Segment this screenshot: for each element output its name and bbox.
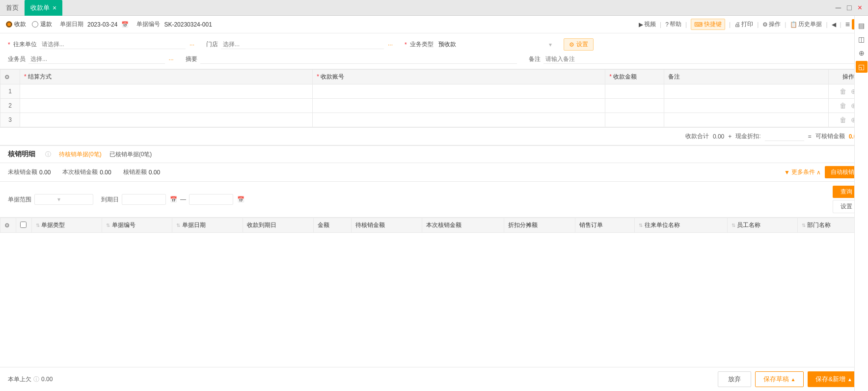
save-new-btn[interactable]: 保存&新增 ▲: [808, 371, 860, 387]
cell-account-2[interactable]: [313, 99, 605, 113]
window-maximize-icon[interactable]: □: [845, 2, 854, 13]
filter-due-date-field: 到期日 2022-04-01 📅 — 2022-04-12 📅: [101, 194, 244, 205]
help-icon: ?: [665, 21, 669, 28]
cell-remark-2[interactable]: [664, 99, 829, 113]
sidebar-icon-4[interactable]: ◱: [856, 61, 868, 73]
discard-btn[interactable]: 放弃: [718, 371, 751, 387]
cell-settlement-1[interactable]: [20, 84, 313, 99]
nav-prev-icon[interactable]: ◀: [832, 21, 836, 28]
done-tab[interactable]: 已核销单据(0笔): [109, 150, 152, 159]
tab-window-actions: ─ □ ×: [834, 2, 868, 13]
staff-field: 业务员 ···: [8, 55, 174, 64]
list-layout-icon[interactable]: ≡: [845, 20, 850, 29]
right-sidebar: ▤ ◫ ⊕ ◱: [854, 16, 868, 391]
sidebar-icon-2[interactable]: ◫: [856, 33, 868, 45]
receipt-table: ⚙ * 结算方式 * 收款账号 * 收款金额 备注: [0, 69, 868, 127]
counterpart-input[interactable]: [40, 40, 186, 49]
writeoff-table: ⚙ ⇅ 单据类型 ⇅ 单据编号: [0, 218, 868, 233]
biz-type-dropdown-icon[interactable]: ▾: [549, 41, 552, 48]
store-input[interactable]: [221, 40, 384, 49]
row-delete-btn-3[interactable]: 🗑: [838, 116, 848, 124]
toolbar: 收款 退款 单据日期 2023-03-24 📅 单据编号 SK-20230324…: [0, 16, 868, 33]
radio-refund[interactable]: 退款: [32, 20, 52, 28]
writeoff-header: 核销明细 ⓘ 待核销单据(0笔) 已核销单据(0笔): [0, 146, 868, 163]
cell-account-3[interactable]: [313, 113, 605, 127]
wt-col-date: ⇅ 单据日期: [172, 218, 243, 233]
wt-col-sales-order: 销售订单: [575, 218, 635, 233]
select-all-checkbox[interactable]: [20, 222, 27, 228]
window-close-icon[interactable]: ×: [856, 2, 864, 13]
cell-amount-1[interactable]: [605, 84, 664, 99]
cell-remark-1[interactable]: [664, 84, 829, 99]
counterpart-more-btn[interactable]: ···: [190, 41, 194, 48]
writeoff-info-icon[interactable]: ⓘ: [45, 150, 51, 159]
stat-current: 本次核销金额 0.00: [62, 168, 111, 176]
sidebar-icon-1[interactable]: ▤: [856, 20, 868, 31]
wt-col-discount: 折扣分摊额: [504, 218, 575, 233]
table-row: 3 🗑 ⊕: [0, 113, 868, 127]
sidebar-icon-3[interactable]: ⊕: [856, 47, 868, 59]
settings-btn[interactable]: ⚙ 设置: [564, 38, 594, 51]
history-btn[interactable]: 📋 历史单据: [790, 20, 822, 28]
radio-receipt[interactable]: 收款: [6, 20, 26, 28]
ops-btn[interactable]: ⚙ 操作: [762, 20, 781, 28]
summary-row: 收款合计 0.00 + 现金折扣: = 可核销金额 0.00: [0, 127, 868, 145]
cell-remark-3[interactable]: [664, 113, 829, 127]
filter-icon: ▼: [784, 169, 790, 176]
table-settings-header: ⚙: [0, 70, 20, 84]
staff-more-btn[interactable]: ···: [169, 56, 174, 63]
doc-date-field: 单据日期 2023-03-24 📅: [60, 20, 129, 28]
bottom-actions: 放弃 保存草稿 ▲ 保存&新增 ▲: [718, 371, 860, 387]
col-header-remark: 备注: [664, 70, 829, 84]
ops-icon: ⚙: [762, 21, 768, 28]
window-minimize-icon[interactable]: ─: [834, 2, 843, 13]
cell-settlement-3[interactable]: [20, 113, 313, 127]
pending-tab[interactable]: 待核销单据(0笔): [59, 150, 102, 159]
stat-diff: 核销差额 0.00: [123, 168, 160, 176]
print-btn[interactable]: 🖨 打印: [734, 20, 753, 28]
print-icon: 🖨: [734, 21, 740, 28]
form-row-1: * 往来单位 ··· 门店 ··· * 业务类型 预收款 ▾ ⚙: [8, 38, 860, 51]
save-draft-arrow-icon: ▲: [791, 377, 796, 382]
stat-unclaimed: 未核销金额 0.00: [8, 168, 51, 176]
row-delete-btn-1[interactable]: 🗑: [838, 87, 848, 95]
due-date-end-input[interactable]: 2022-04-12: [189, 194, 233, 205]
form-area: * 往来单位 ··· 门店 ··· * 业务类型 预收款 ▾ ⚙: [0, 33, 868, 69]
more-filter-btn[interactable]: ▼ 更多条件 ∧: [784, 168, 821, 176]
main-content: 收款 退款 单据日期 2023-03-24 📅 单据编号 SK-20230324…: [0, 16, 868, 391]
history-icon: 📋: [790, 21, 797, 28]
tab-home[interactable]: 首页: [0, 0, 25, 16]
help-btn[interactable]: ? 帮助: [665, 20, 681, 28]
shortcut-btn[interactable]: ⌨ 快捷键: [691, 19, 725, 30]
date-calendar-icon[interactable]: 📅: [121, 21, 129, 28]
due-date-start-input[interactable]: 2022-04-01: [122, 194, 166, 205]
date-start-cal-icon[interactable]: 📅: [170, 196, 177, 203]
tab-receipt-close[interactable]: ×: [53, 4, 56, 12]
cell-settlement-2[interactable]: [20, 99, 313, 113]
cell-amount-3[interactable]: [605, 113, 664, 127]
wt-col-type: ⇅ 单据类型: [32, 218, 102, 233]
tab-receipt[interactable]: 收款单 ×: [25, 0, 62, 16]
date-end-cal-icon[interactable]: 📅: [237, 196, 244, 203]
wt-gear-icon[interactable]: ⚙: [4, 222, 10, 229]
store-more-btn[interactable]: ···: [388, 41, 393, 48]
writeoff-section: 核销明细 ⓘ 待核销单据(0笔) 已核销单据(0笔) 未核销金额 0.00 本次…: [0, 145, 868, 367]
cell-amount-2[interactable]: [605, 99, 664, 113]
wt-col-amount: 金额: [313, 218, 351, 233]
range-select[interactable]: ▾: [34, 194, 93, 205]
discount-input[interactable]: [765, 132, 804, 141]
staff-input[interactable]: [28, 55, 165, 64]
remark-input[interactable]: [543, 55, 860, 64]
col-header-amount: * 收款金额: [605, 70, 664, 84]
row-delete-btn-2[interactable]: 🗑: [838, 102, 848, 110]
cell-account-1[interactable]: [313, 84, 605, 99]
save-new-arrow-icon: ▲: [847, 377, 852, 382]
summary-input[interactable]: [200, 55, 517, 64]
tab-bar: 首页 收款单 × ─ □ ×: [0, 0, 868, 16]
save-draft-btn[interactable]: 保存草稿 ▲: [755, 371, 804, 387]
table-gear-icon[interactable]: ⚙: [4, 74, 10, 81]
bottom-bar: 本单上欠 ⓘ 0.00 放弃 保存草稿 ▲ 保存&新增 ▲: [0, 367, 868, 391]
video-btn[interactable]: ▶ 视频: [639, 20, 656, 28]
bottom-info-icon[interactable]: ⓘ: [33, 375, 39, 384]
gear-icon: ⚙: [569, 41, 574, 48]
